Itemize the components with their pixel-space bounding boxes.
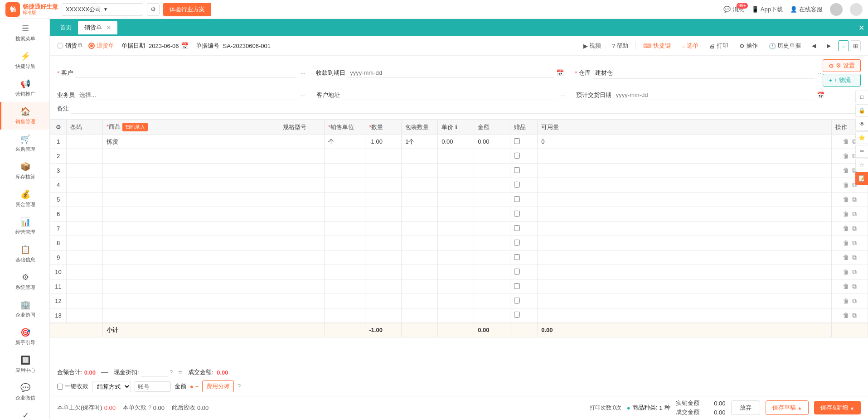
select-btn[interactable]: ≡ 选单 (678, 40, 702, 52)
row-unit[interactable]: 个 (325, 135, 365, 149)
list-view-btn[interactable]: ≡ (838, 40, 849, 51)
row-amount[interactable] (474, 207, 510, 222)
sidebar-item-system[interactable]: ⚙ 系统管理 (0, 268, 49, 295)
save-new-btn[interactable]: 保存&新增 ▲ (814, 401, 861, 414)
gift-checkbox[interactable] (514, 298, 520, 303)
discount-input[interactable] (141, 368, 168, 377)
prev-btn[interactable]: ◀ (808, 41, 820, 51)
sidebar-item-member[interactable]: ✓ 畅会员 (0, 406, 49, 419)
add-circle-icon[interactable]: ● (190, 383, 194, 390)
notes-input[interactable] (71, 104, 861, 114)
row-unit[interactable] (325, 294, 365, 308)
sidebar-item-purchase[interactable]: 🛒 采购管理 (0, 130, 49, 157)
row-amount[interactable] (474, 164, 510, 178)
row-gift[interactable] (510, 279, 538, 294)
row-quantity[interactable] (365, 193, 402, 207)
row-unit[interactable] (325, 279, 365, 294)
row-unit[interactable] (325, 250, 365, 265)
row-price[interactable] (438, 222, 474, 236)
row-gift[interactable] (510, 178, 538, 193)
rt-btn-7[interactable]: 📝 (855, 172, 868, 185)
row-spec[interactable] (279, 236, 325, 250)
customer-more-icon[interactable]: ··· (300, 70, 305, 77)
row-spec[interactable] (279, 135, 325, 149)
customer-input[interactable] (75, 68, 296, 78)
add-label[interactable]: + (195, 383, 199, 390)
row-price[interactable] (438, 193, 474, 207)
row-product[interactable] (103, 250, 279, 265)
row-barcode[interactable] (67, 294, 103, 308)
one-click-pay-checkbox[interactable]: 一键收款 (57, 382, 88, 390)
rt-btn-1[interactable]: □ (855, 91, 868, 103)
row-price[interactable] (438, 164, 474, 178)
row-product[interactable] (103, 265, 279, 279)
row-amount[interactable]: 0.00 (474, 135, 510, 149)
salesperson-more-icon[interactable]: ··· (301, 92, 305, 99)
row-package-qty[interactable] (402, 164, 438, 178)
tab-bar-close-all[interactable]: ✕ (858, 24, 864, 32)
delete-icon[interactable]: 🗑 (843, 297, 849, 304)
row-package-qty[interactable] (402, 207, 438, 222)
row-spec[interactable] (279, 279, 325, 294)
sidebar-item-finance[interactable]: 💰 资金管理 (0, 185, 49, 212)
row-unit[interactable] (325, 193, 365, 207)
delete-icon[interactable]: 🗑 (843, 138, 849, 145)
delete-icon[interactable]: 🗑 (843, 312, 849, 319)
rt-btn-4[interactable]: ⭐ (855, 131, 868, 144)
settings-gear-btn[interactable]: ⚙ (147, 3, 160, 16)
row-unit[interactable] (325, 178, 365, 193)
row-spec[interactable] (279, 193, 325, 207)
row-package-qty[interactable]: 1个 (402, 135, 438, 149)
copy-icon[interactable]: ⧉ (852, 312, 857, 319)
copy-icon[interactable]: ⧉ (852, 225, 857, 232)
draft-btn[interactable]: 保存草稿 ▲ (766, 400, 809, 415)
copy-icon[interactable]: ⧉ (852, 254, 857, 261)
row-price[interactable] (438, 207, 474, 222)
video-btn[interactable]: ▶ 视频 (580, 40, 605, 52)
row-gift[interactable] (510, 308, 538, 323)
gift-checkbox[interactable] (514, 167, 520, 173)
row-barcode[interactable] (67, 135, 103, 149)
row-unit[interactable] (325, 265, 365, 279)
row-barcode[interactable] (67, 222, 103, 236)
delete-icon[interactable]: 🗑 (843, 167, 849, 174)
delete-icon[interactable]: 🗑 (843, 239, 849, 246)
row-product[interactable] (103, 193, 279, 207)
row-barcode[interactable] (67, 236, 103, 250)
trial-button[interactable]: 体验行业方案 (163, 3, 211, 16)
gift-checkbox[interactable] (514, 240, 520, 246)
row-package-qty[interactable] (402, 222, 438, 236)
row-quantity[interactable] (365, 207, 402, 222)
copy-icon[interactable]: ⧉ (852, 210, 857, 217)
row-gift[interactable] (510, 207, 538, 222)
delete-icon[interactable]: 🗑 (843, 181, 849, 188)
copy-icon[interactable]: ⧉ (852, 196, 857, 203)
delete-icon[interactable]: 🗑 (843, 210, 849, 217)
row-barcode[interactable] (67, 178, 103, 193)
row-barcode[interactable] (67, 250, 103, 265)
company-selector[interactable]: XXXXXX公司 ▼ (62, 3, 143, 16)
calc-method-select[interactable]: 结算方式 (92, 381, 131, 392)
tab-close-icon[interactable]: ✕ (107, 24, 111, 31)
logistics-btn[interactable]: + + 物流 (823, 74, 861, 87)
row-price[interactable] (438, 149, 474, 164)
rt-btn-5[interactable]: ✏ (855, 145, 868, 158)
row-package-qty[interactable] (402, 250, 438, 265)
row-product[interactable] (103, 164, 279, 178)
avatar-extra[interactable] (850, 3, 863, 16)
calendar-icon[interactable]: 📅 (181, 42, 189, 49)
sidebar-item-search[interactable]: ☰ 搜索菜单 (0, 19, 49, 47)
row-barcode[interactable] (67, 207, 103, 222)
row-price[interactable] (438, 279, 474, 294)
row-barcode[interactable] (67, 308, 103, 323)
address-more-icon[interactable]: ··· (560, 92, 565, 99)
row-quantity[interactable] (365, 236, 402, 250)
discard-btn[interactable]: 放弃 (731, 400, 760, 415)
gift-checkbox[interactable] (514, 138, 520, 144)
sidebar-item-sales[interactable]: 🏠 销售管理 (0, 102, 49, 130)
sidebar-item-quick-nav[interactable]: ⚡ 快捷导航 (0, 47, 49, 74)
row-unit[interactable] (325, 207, 365, 222)
gift-checkbox[interactable] (514, 225, 520, 231)
help-btn[interactable]: ? 帮助 (608, 40, 632, 52)
customer-address-input[interactable] (342, 90, 556, 100)
